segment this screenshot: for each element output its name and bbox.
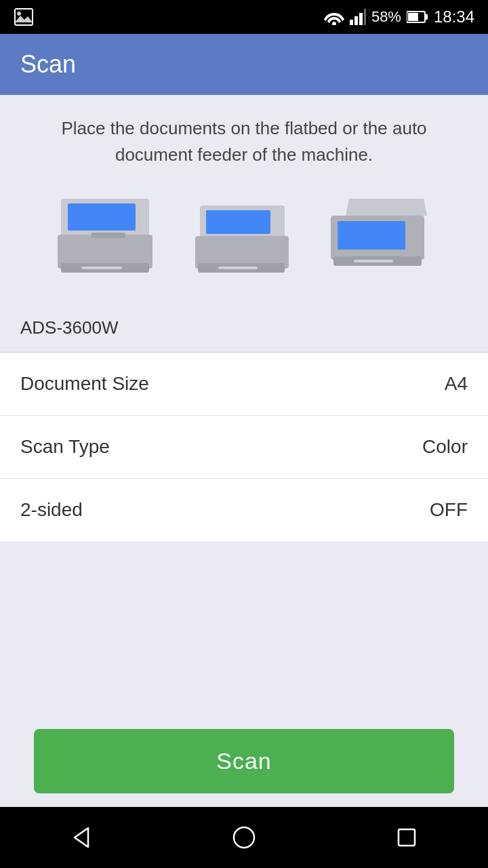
svg-point-3 (332, 22, 336, 25)
bottom-spacer (0, 541, 488, 715)
svg-marker-1 (15, 16, 33, 22)
scanner-icon-open (54, 195, 163, 283)
instruction-text: Place the documents on the flatbed or th… (27, 115, 461, 168)
svg-rect-7 (364, 9, 366, 25)
app-bar: Scan (0, 34, 488, 95)
document-size-row[interactable]: Document Size A4 (0, 353, 488, 416)
instruction-area: Place the documents on the flatbed or th… (0, 95, 488, 175)
scan-type-label: Scan Type (20, 436, 110, 458)
svg-rect-4 (350, 20, 353, 25)
status-bar-left (14, 0, 34, 34)
two-sided-label: 2-sided (20, 499, 83, 521)
device-name-row: ADS-3600W (0, 304, 488, 353)
signal-icon (350, 9, 366, 25)
recent-icon (394, 825, 419, 850)
svg-rect-12 (68, 203, 136, 231)
scan-button[interactable]: Scan (34, 729, 454, 793)
svg-rect-16 (92, 233, 125, 238)
scan-button-container: Scan (0, 715, 488, 807)
battery-icon (407, 10, 428, 24)
back-button[interactable] (54, 810, 108, 865)
svg-rect-10 (408, 13, 418, 21)
scan-type-value: Color (422, 436, 468, 458)
svg-rect-23 (338, 221, 405, 250)
device-name: ADS-3600W (20, 317, 119, 338)
status-icons: 58% 18:34 (324, 7, 474, 26)
nav-bar (0, 807, 488, 868)
main-content: Place the documents on the flatbed or th… (0, 95, 488, 807)
home-button[interactable] (217, 810, 271, 865)
svg-rect-0 (15, 9, 33, 25)
svg-rect-21 (218, 267, 258, 269)
scanner-icon-adf (325, 195, 434, 283)
home-icon (232, 825, 256, 850)
status-time: 18:34 (434, 7, 474, 26)
svg-rect-29 (399, 829, 415, 846)
svg-marker-27 (75, 828, 88, 847)
svg-rect-9 (425, 14, 428, 20)
app-bar-title: Scan (20, 50, 76, 79)
recent-button[interactable] (380, 810, 434, 865)
svg-marker-24 (346, 199, 427, 216)
document-size-label: Document Size (20, 373, 149, 395)
svg-rect-18 (206, 210, 270, 234)
wifi-icon (324, 9, 344, 25)
gallery-icon (14, 7, 34, 26)
scanner-illustrations (0, 175, 488, 304)
svg-rect-15 (81, 267, 122, 269)
back-icon (69, 825, 94, 850)
settings-list: Document Size A4 Scan Type Color 2-sided… (0, 353, 488, 541)
battery-percent: 58% (371, 8, 401, 26)
svg-rect-6 (359, 13, 363, 25)
svg-point-28 (234, 827, 254, 848)
two-sided-value: OFF (430, 499, 468, 521)
svg-rect-5 (354, 16, 358, 25)
scanner-icon-mid (190, 195, 298, 283)
svg-point-2 (17, 12, 21, 16)
svg-rect-26 (354, 260, 393, 262)
document-size-value: A4 (445, 373, 468, 395)
scan-type-row[interactable]: Scan Type Color (0, 416, 488, 479)
two-sided-row[interactable]: 2-sided OFF (0, 479, 488, 541)
status-bar: 58% 18:34 (0, 0, 488, 34)
